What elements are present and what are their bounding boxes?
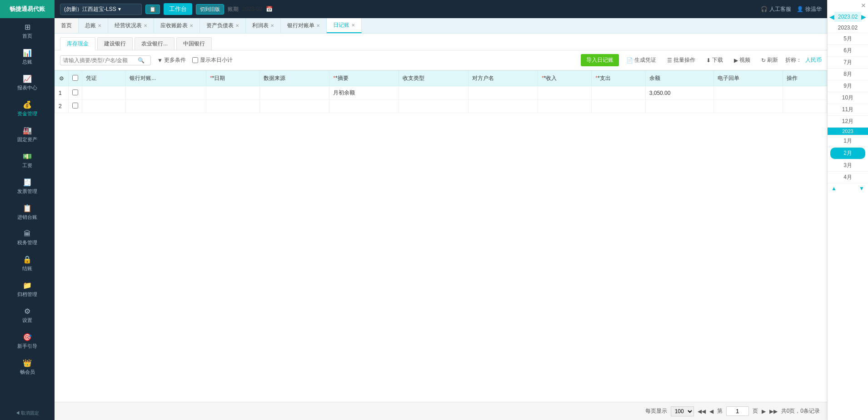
panel-up-arrow[interactable]: ▲ bbox=[831, 185, 837, 192]
sidebar-item-settings[interactable]: ⚙ 设置 bbox=[0, 302, 55, 328]
tab-ledger-close[interactable]: ✕ bbox=[98, 23, 101, 28]
back-to-old-btn[interactable]: 切到旧版 bbox=[196, 4, 224, 15]
month-8[interactable]: 8月 bbox=[828, 69, 868, 80]
panel-down-arrow[interactable]: ▼ bbox=[859, 185, 864, 192]
sub-tab-jianshe[interactable]: 建设银行 bbox=[97, 37, 133, 50]
month-1[interactable]: 1月 bbox=[828, 135, 868, 147]
download-button[interactable]: ⬇ 下载 bbox=[703, 55, 727, 65]
tab-assets[interactable]: 资产负债表 ✕ bbox=[200, 18, 246, 33]
sidebar-item-member[interactable]: 👑 畅会员 bbox=[0, 354, 55, 380]
month-2-active[interactable]: 2月 bbox=[830, 148, 865, 159]
col-checkbox[interactable] bbox=[69, 71, 82, 86]
sub-tab-cash[interactable]: 库存现金 bbox=[60, 37, 95, 50]
month-item-prev[interactable]: 2023.02 bbox=[828, 23, 868, 33]
row2-expense bbox=[592, 100, 645, 113]
tab-receivable[interactable]: 应收账龄表 ✕ bbox=[154, 18, 200, 33]
month-12[interactable]: 12月 bbox=[828, 116, 868, 128]
tab-ledger-label: 总账 bbox=[85, 22, 96, 30]
col-balance: 余额 bbox=[645, 71, 713, 86]
company-selector[interactable]: (勿删）江西超宝-LSS ▾ bbox=[60, 4, 142, 15]
sidebar-item-sales[interactable]: 📋 进销台账 bbox=[0, 199, 55, 225]
sidebar-item-tax[interactable]: 🏛 税务管理 bbox=[0, 225, 55, 251]
currency-selector[interactable]: 人民币 bbox=[805, 56, 822, 64]
search-input[interactable] bbox=[63, 57, 136, 64]
prev-page-btn[interactable]: ◀ bbox=[709, 408, 713, 415]
prev-year-btn[interactable]: ◀ bbox=[829, 13, 834, 20]
sidebar-item-ledger[interactable]: 📊 总账 bbox=[0, 44, 55, 70]
show-daily-toggle[interactable]: 显示本日小计 bbox=[192, 56, 233, 64]
first-page-btn[interactable]: ◀◀ bbox=[698, 408, 706, 415]
sidebar-item-salary[interactable]: 💵 工资 bbox=[0, 148, 55, 173]
avatar-icon: 👤 bbox=[797, 6, 803, 12]
sidebar-item-fixed-assets[interactable]: 🏭 固定资产 bbox=[0, 122, 55, 148]
member-icon: 👑 bbox=[23, 359, 32, 367]
sidebar-item-reports[interactable]: 📈 报表中心 bbox=[0, 70, 55, 96]
top-bar-left: (勿删）江西超宝-LSS ▾ 📋 工作台 切到旧版 账期 2023-02 📅 bbox=[60, 3, 273, 15]
search-box[interactable]: 🔍 bbox=[60, 55, 151, 65]
sidebar-item-archive[interactable]: 📁 归档管理 bbox=[0, 277, 55, 302]
row1-voucher bbox=[82, 86, 126, 100]
row1-income-type bbox=[399, 86, 469, 100]
year-header[interactable]: 2023.02 bbox=[834, 12, 861, 22]
tab-profit-close[interactable]: ✕ bbox=[270, 23, 274, 28]
tab-bank-close[interactable]: ✕ bbox=[316, 23, 320, 28]
per-page-select[interactable]: 100 50 200 bbox=[671, 406, 694, 416]
tab-profit[interactable]: 利润表 ✕ bbox=[246, 18, 281, 33]
video-button[interactable]: ▶ 视频 bbox=[730, 55, 754, 65]
tab-home[interactable]: 首页 bbox=[55, 18, 79, 33]
refresh-button[interactable]: ↻ 刷新 bbox=[758, 55, 782, 65]
row2-num: 2 bbox=[55, 100, 69, 113]
sidebar-item-home[interactable]: ⊞ 首页 bbox=[0, 18, 55, 44]
sidebar-label-ledger: 总账 bbox=[22, 59, 32, 65]
gen-voucher-button[interactable]: 📄 生成凭证 bbox=[623, 55, 660, 65]
month-6[interactable]: 6月 bbox=[828, 45, 868, 57]
unpin-sidebar[interactable]: ◀ 取消固定 bbox=[0, 406, 55, 420]
tab-bank-statement[interactable]: 银行对账单 ✕ bbox=[281, 18, 327, 33]
customer-service[interactable]: 🎧 人工客服 bbox=[761, 5, 791, 13]
next-year-btn[interactable]: ▶ bbox=[861, 13, 866, 20]
tab-business-close[interactable]: ✕ bbox=[144, 23, 147, 28]
sub-tab-zhongguo[interactable]: 中国银行 bbox=[176, 37, 212, 50]
sidebar-item-guide[interactable]: 🎯 新手引导 bbox=[0, 328, 55, 354]
last-page-btn[interactable]: ▶▶ bbox=[769, 408, 778, 415]
import-journal-button[interactable]: 导入日记账 bbox=[581, 54, 619, 66]
tab-receivable-close[interactable]: ✕ bbox=[190, 23, 193, 28]
content-area: 库存现金 建设银行 农业银行... 中国银行 🔍 ▼ 更多条件 bbox=[55, 34, 827, 420]
tax-icon: 🏛 bbox=[24, 230, 31, 238]
month-7[interactable]: 7月 bbox=[828, 57, 868, 69]
toolbar-left: 🔍 ▼ 更多条件 显示本日小计 bbox=[60, 55, 233, 65]
tab-assets-close[interactable]: ✕ bbox=[235, 23, 239, 28]
sidebar-label-member: 畅会员 bbox=[20, 369, 35, 376]
month-3[interactable]: 3月 bbox=[828, 160, 868, 172]
col-settings[interactable]: ⚙ bbox=[55, 71, 69, 86]
tab-journal-close[interactable]: ✕ bbox=[351, 23, 355, 28]
row1-checkbox[interactable] bbox=[69, 86, 82, 100]
customer-service-label: 人工客服 bbox=[769, 5, 791, 13]
month-5[interactable]: 5月 bbox=[828, 33, 868, 45]
select-all-checkbox[interactable] bbox=[72, 75, 78, 81]
month-10[interactable]: 10月 bbox=[828, 92, 868, 104]
workbench-button[interactable]: 工作台 bbox=[164, 3, 192, 15]
user-profile[interactable]: 👤 徐温华 bbox=[797, 5, 822, 13]
panel-close-button[interactable]: ✕ bbox=[861, 2, 866, 9]
month-4[interactable]: 4月 bbox=[828, 172, 868, 183]
sidebar-item-close[interactable]: 🔒 结账 bbox=[0, 251, 55, 277]
tab-business-status[interactable]: 经营状况表 ✕ bbox=[108, 18, 154, 33]
copy-btn[interactable]: 📋 bbox=[145, 5, 160, 14]
daily-checkbox[interactable] bbox=[192, 57, 198, 63]
next-page-btn[interactable]: ▶ bbox=[762, 408, 766, 415]
filter-button[interactable]: ▼ 更多条件 bbox=[155, 55, 189, 65]
date-picker-panel: ✕ ◀ 2023.02 ▶ 2023.02 5月 6月 7月 8月 9月 10月… bbox=[827, 0, 868, 420]
calendar-icon[interactable]: 📅 bbox=[266, 6, 273, 12]
sub-tab-nongye[interactable]: 农业银行... bbox=[135, 37, 175, 50]
sidebar-item-capital[interactable]: 💰 资金管理 bbox=[0, 96, 55, 122]
month-11[interactable]: 11月 bbox=[828, 104, 868, 116]
page-input[interactable] bbox=[726, 406, 749, 416]
tab-ledger[interactable]: 总账 ✕ bbox=[79, 18, 108, 33]
month-9[interactable]: 9月 bbox=[828, 80, 868, 92]
row2-checkbox[interactable] bbox=[69, 100, 82, 113]
search-icon[interactable]: 🔍 bbox=[138, 57, 145, 64]
sidebar-item-invoice[interactable]: 🧾 发票管理 bbox=[0, 173, 55, 199]
tab-journal[interactable]: 日记账 ✕ bbox=[327, 18, 362, 33]
batch-op-button[interactable]: ☰ 批量操作 bbox=[663, 55, 699, 65]
